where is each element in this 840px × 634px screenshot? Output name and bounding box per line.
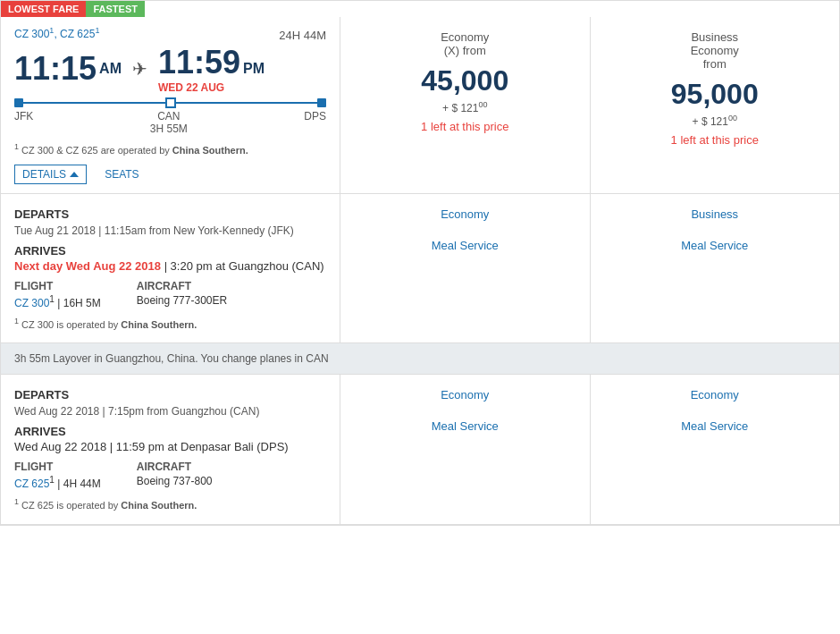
segment2-economy-label: Economy	[354, 388, 576, 402]
segment2-footnote: 1 CZ 625 is operated by China Southern.	[14, 497, 326, 511]
segment2-row: DEPARTS Wed Aug 22 2018 | 7:15pm from Gu…	[1, 375, 839, 524]
arrive-time: 11:59	[158, 44, 240, 81]
layover-dot	[165, 97, 176, 108]
aircraft-value: Boeing 777-300ER	[137, 294, 227, 307]
arrives-label: ARRIVES	[14, 244, 326, 258]
arrives-section: ARRIVES Next day Wed Aug 22 2018 | 3:20 …	[14, 244, 326, 273]
destination-dot	[317, 98, 326, 107]
segment2-aircraft: AIRCRAFT Boeing 737-800	[137, 461, 213, 490]
layover-code: CAN	[150, 110, 188, 123]
segment1-business-label: Business	[604, 207, 827, 221]
segment2-flight-row: FLIGHT CZ 6251 | 4H 44M AIRCRAFT Boeing …	[14, 461, 326, 490]
segment1-footnote: 1 CZ 300 is operated by China Southern.	[14, 317, 326, 330]
destination-code: DPS	[304, 110, 326, 135]
arrives-info: Next day Wed Aug 22 2018 | 3:20 pm at Gu…	[14, 259, 326, 273]
origin-code: JFK	[14, 110, 33, 135]
departs-label: DEPARTS	[14, 207, 326, 221]
segment1-business-meal: Meal Service	[604, 239, 827, 252]
flight-codes: CZ 3001, CZ 6251	[14, 26, 99, 40]
economy-price-column: Economy (X) from 45,000 + $ 12100 1 left…	[340, 17, 591, 193]
triangle-up-icon	[70, 172, 79, 177]
lowest-fare-tag: LOWEST FARE	[1, 1, 86, 17]
route-bar	[14, 99, 326, 106]
business-price: 95,000	[604, 78, 827, 111]
segment1-flight-row: FLIGHT CZ 3001 | 16H 5M AIRCRAFT Boeing …	[14, 280, 326, 309]
arrive-ampm: PM	[243, 61, 265, 77]
seats-link[interactable]: SEATS	[105, 168, 139, 181]
segment1-info: DEPARTS Tue Aug 21 2018 | 11:15am from N…	[1, 194, 340, 343]
segment1-flight: FLIGHT CZ 3001 | 16H 5M	[14, 280, 101, 309]
segment2-section: DEPARTS Wed Aug 22 2018 | 7:15pm from Gu…	[1, 375, 839, 525]
business-price-column: Business Economy from 95,000 + $ 12100 1…	[591, 17, 840, 193]
business-label: Business Economy from	[604, 30, 827, 71]
seg2-flight-label: FLIGHT	[14, 461, 101, 473]
departs-date: Tue Aug 21 2018 | 11:15am from New York-…	[14, 224, 326, 237]
seg2-arrives-section: ARRIVES Wed Aug 22 2018 | 11:59 pm at De…	[14, 425, 326, 453]
seg2-departs-label: DEPARTS	[14, 388, 326, 402]
total-duration: 24H 44M	[279, 29, 326, 42]
segment2-info: DEPARTS Wed Aug 22 2018 | 7:15pm from Gu…	[1, 375, 340, 524]
economy-surcharge: + $ 12100	[354, 100, 576, 114]
segment1-aircraft: AIRCRAFT Boeing 777-300ER	[137, 280, 227, 309]
airports-row: JFK CAN 3H 55M DPS	[14, 110, 326, 135]
depart-time: 11:15	[14, 50, 97, 88]
segment2-economy-meal: Meal Service	[354, 419, 576, 433]
plane-icon: ✈	[132, 58, 147, 80]
fastest-tag: FASTEST	[86, 1, 145, 17]
seg2-flight-value: CZ 6251 | 4H 44M	[14, 475, 101, 490]
route-line	[14, 99, 326, 106]
flight-number-link[interactable]: CZ 300	[14, 297, 49, 309]
seg2-flight-number-link[interactable]: CZ 625	[14, 478, 49, 490]
seg2-aircraft-label: AIRCRAFT	[137, 461, 213, 473]
seg2-departs-date: Wed Aug 22 2018 | 7:15pm from Guangzhou …	[14, 405, 326, 418]
segment1-economy-meal: Meal Service	[354, 239, 576, 252]
times-row: 11:15 AM ✈ 11:59 PM WED 22 AUG	[14, 44, 326, 94]
economy-label: Economy (X) from	[354, 30, 576, 57]
segment2-economy2-meal: Meal Service	[604, 419, 827, 433]
segment1-economy-label: Economy	[354, 207, 576, 221]
seg2-arrives-info: Wed Aug 22 2018 | 11:59 pm at Denpasar B…	[14, 440, 326, 453]
business-surcharge: + $ 12100	[604, 114, 827, 128]
segment1-economy-col: Economy Meal Service	[340, 194, 591, 343]
segment2-economy-col: Economy Meal Service	[340, 375, 591, 524]
segment2-flight: FLIGHT CZ 6251 | 4H 44M	[14, 461, 101, 490]
origin-dot	[14, 98, 23, 107]
flight-label: FLIGHT	[14, 280, 101, 292]
details-row: DETAILS SEATS	[14, 165, 326, 184]
economy-left-at-price: 1 left at this price	[354, 120, 576, 133]
flight-value: CZ 3001 | 16H 5M	[14, 294, 101, 309]
segment2-economy2-col: Economy Meal Service	[591, 375, 840, 524]
flight-card: LOWEST FARE FASTEST CZ 3001, CZ 6251 24H…	[0, 0, 840, 526]
arrive-date: WED 22 AUG	[158, 81, 265, 94]
layover-bar: 3h 55m Layover in Guangzhou, China. You …	[1, 343, 839, 375]
segment1-row: DEPARTS Tue Aug 21 2018 | 11:15am from N…	[1, 194, 839, 343]
segment2-economy2-label: Economy	[604, 388, 827, 402]
segment1-business-col: Business Meal Service	[591, 194, 840, 343]
main-flight-row: CZ 3001, CZ 6251 24H 44M 11:15 AM ✈ 11:5…	[1, 17, 839, 194]
business-left-at-price: 1 left at this price	[604, 133, 827, 147]
flight-info-column: CZ 3001, CZ 6251 24H 44M 11:15 AM ✈ 11:5…	[1, 17, 340, 193]
details-section: DEPARTS Tue Aug 21 2018 | 11:15am from N…	[1, 194, 839, 344]
next-day-label: Next day Wed Aug 22 2018	[14, 259, 161, 273]
details-button[interactable]: DETAILS	[14, 165, 87, 184]
depart-ampm: AM	[99, 61, 122, 77]
tags-row: LOWEST FARE FASTEST	[1, 1, 839, 17]
seg2-arrives-label: ARRIVES	[14, 425, 326, 438]
aircraft-label: AIRCRAFT	[137, 280, 227, 292]
seg2-aircraft-value: Boeing 737-800	[137, 475, 213, 487]
footnote1: 1 CZ 300 & CZ 625 are operated by China …	[14, 142, 326, 156]
layover-duration: 3H 55M	[150, 123, 188, 135]
economy-price: 45,000	[354, 64, 576, 97]
layover-text: 3h 55m Layover in Guangzhou, China. You …	[14, 352, 329, 365]
